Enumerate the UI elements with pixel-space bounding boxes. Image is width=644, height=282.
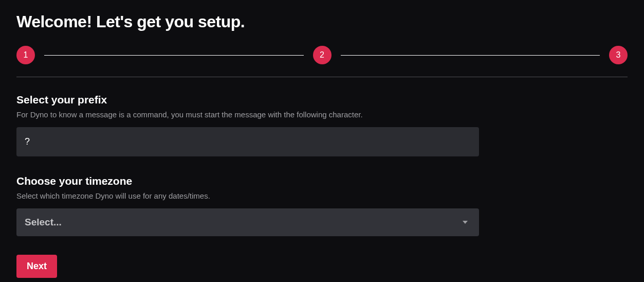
step-2: 2	[313, 46, 332, 64]
stepper: 1 2 3	[16, 46, 628, 64]
prefix-input[interactable]	[16, 127, 479, 156]
step-connector	[44, 55, 304, 56]
timezone-title: Choose your timezone	[16, 175, 479, 187]
divider	[16, 77, 628, 77]
prefix-title: Select your prefix	[16, 94, 479, 106]
timezone-select-label: Select...	[25, 217, 62, 228]
timezone-select[interactable]: Select...	[16, 208, 479, 236]
step-connector	[341, 55, 600, 56]
page-title: Welcome! Let's get you setup.	[16, 12, 628, 31]
chevron-down-icon	[463, 221, 468, 224]
step-3: 3	[609, 46, 628, 64]
next-button[interactable]: Next	[16, 255, 57, 278]
timezone-section: Choose your timezone Select which timezo…	[16, 175, 479, 236]
step-1: 1	[16, 46, 35, 64]
timezone-description: Select which timezone Dyno will use for …	[16, 191, 479, 200]
prefix-description: For Dyno to know a message is a command,…	[16, 110, 479, 119]
prefix-section: Select your prefix For Dyno to know a me…	[16, 94, 479, 156]
